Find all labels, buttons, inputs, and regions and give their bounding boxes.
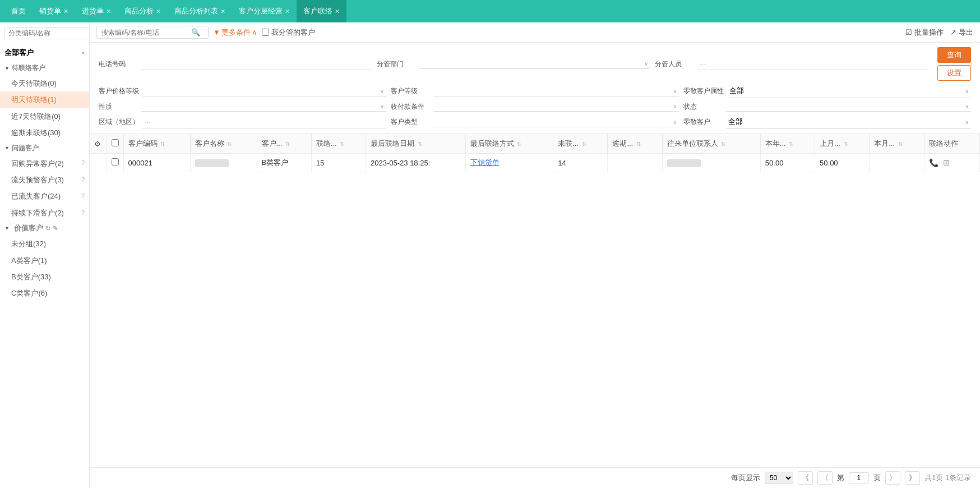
method-sort-icon: ⇅ [517, 141, 521, 147]
td-gear [90, 154, 107, 172]
my-customer-checkbox[interactable] [262, 29, 269, 36]
sidebar: 🔍 全部客户 « 待联络客户 今天待联络(0) 明天待联络(1) 近7天待联络(… [0, 22, 90, 488]
action-phone-icon[interactable]: 📞 [929, 158, 939, 167]
settings-btn[interactable]: 设置 [937, 65, 971, 81]
value-customer-edit-icon[interactable]: ✎ [53, 225, 58, 232]
sidebar-item-class-c[interactable]: C类客户(6) [0, 285, 89, 301]
td-this-year: 50.00 [760, 154, 815, 172]
export-btn[interactable]: ↗ 导出 [950, 27, 973, 38]
sidebar-item-class-b[interactable]: B类客户(33) [0, 269, 89, 285]
th-last-contact-date: 最后联络日期 ⇅ [366, 134, 466, 154]
nav-purchase-order-close[interactable]: ✕ [106, 8, 111, 15]
filter-price-level-select[interactable]: ∨ [142, 86, 386, 96]
search-input[interactable] [101, 29, 191, 36]
select-all-checkbox[interactable] [112, 139, 119, 146]
bulk-ops-icon: ☑ [905, 28, 912, 36]
filter-customer-type: 客户类型 ∨ [391, 117, 678, 127]
sidebar-search-input[interactable] [4, 27, 90, 39]
nav-sales-order[interactable]: 销货单 ✕ [33, 0, 75, 22]
td-customer-type: B类客户 [257, 154, 311, 172]
action-grid-icon[interactable]: ⊞ [943, 158, 950, 167]
nav-home[interactable]: 首页 [4, 0, 33, 22]
filter-customer-type-select[interactable]: ∨ [433, 117, 678, 127]
filter-dept-select[interactable]: ∨ [419, 59, 650, 69]
sidebar-item-ungrouped[interactable]: 未分组(32) [0, 236, 89, 252]
nav-customer-tier[interactable]: 客户分层经营 ✕ [232, 0, 297, 22]
page-size-select[interactable]: 50 100 200 [765, 472, 793, 484]
lastmonth-sort-icon: ⇅ [844, 141, 848, 147]
td-last-month: 50.00 [815, 154, 870, 172]
contact-sort-icon: ⇅ [340, 141, 344, 147]
nav-product-analysis-list-close[interactable]: ✕ [220, 8, 225, 15]
td-action: 📞 ⊞ [924, 154, 980, 172]
row-checkbox[interactable] [112, 158, 119, 165]
filter-person-wrap[interactable]: ··· [697, 58, 928, 70]
page-number-input[interactable] [849, 472, 869, 484]
filter-gender-select[interactable]: ∨ [141, 102, 386, 112]
sidebar-group-pending: 待联络客户 [0, 61, 89, 75]
sidebar-all-customers[interactable]: 全部客户 « [0, 44, 89, 61]
nav-product-analysis[interactable]: 商品分析 ✕ [118, 0, 168, 22]
sidebar-collapse-icon[interactable]: « [81, 49, 85, 56]
value-customer-refresh-icon[interactable]: ↻ [45, 225, 50, 232]
sidebar-item-repurchase-abnormal[interactable]: 回购异常客户(2) ? [0, 155, 89, 172]
td-overdue [608, 154, 662, 172]
th-this-month: 本月... ⇅ [870, 134, 924, 154]
sidebar-item-churn-warning[interactable]: 流失预警客户(3) ? [0, 172, 89, 188]
nav-product-analysis-close[interactable]: ✕ [156, 8, 161, 15]
gear-icon[interactable]: ⚙ [94, 140, 101, 148]
td-last-contact-method: 下销货单 [465, 154, 553, 172]
filter-phone: 电话号码 [99, 58, 372, 70]
filter-row-2: 客户价格等级 ∨ 客户等级 ∨ 零散客户属性 全部 [99, 84, 971, 98]
last-page-btn[interactable]: 》 [905, 471, 920, 485]
filter-status-select[interactable]: ∨ [726, 102, 971, 112]
payment-arrow-icon: ∨ [673, 103, 677, 109]
filter-actions: 查询 设置 [937, 47, 971, 81]
nav-customer-contact[interactable]: 客户联络 ✕ [297, 0, 346, 22]
nav-purchase-order[interactable]: 进货单 ✕ [75, 0, 118, 22]
bulk-ops-btn[interactable]: ☑ 批量操作 [905, 27, 944, 38]
sidebar-item-class-a[interactable]: A类客户(1) [0, 252, 89, 269]
search-icon[interactable]: 🔍 [191, 28, 200, 36]
last-contact-method-link[interactable]: 下销货单 [470, 158, 500, 167]
td-checkbox [107, 154, 123, 172]
contact-person-blurred [667, 159, 701, 167]
sidebar-item-today[interactable]: 今天待联络(0) [0, 75, 89, 91]
next-page-btn[interactable]: 〉 [885, 471, 900, 485]
overdue-sort-icon: ⇅ [636, 141, 641, 147]
status-arrow-icon: ∨ [965, 103, 969, 109]
filter-retail-attr-select[interactable]: 全部 ∨ [727, 84, 971, 98]
th-this-year: 本年... ⇅ [760, 134, 815, 154]
sidebar-item-tomorrow[interactable]: 明天待联络(1) [0, 91, 89, 108]
sidebar-group-value: 价值客户 ↻ ✎ [0, 221, 89, 236]
filter-panel: 电话号码 分管部门 ∨ 分管人员 ··· 查询 [90, 43, 980, 134]
sidebar-item-declining[interactable]: 持续下滑客户(2) ? [0, 205, 89, 221]
filter-phone-input[interactable] [141, 58, 372, 70]
td-this-month [870, 154, 924, 172]
nav-customer-contact-close[interactable]: ✕ [335, 8, 340, 15]
filter-customer-level-select[interactable]: ∨ [433, 86, 678, 96]
sidebar-item-7days[interactable]: 近7天待联络(0) [0, 108, 89, 125]
filter-payment: 收付款条件 ∨ [391, 102, 678, 112]
filter-price-level: 客户价格等级 ∨ [99, 86, 386, 96]
first-page-btn[interactable]: 《 [798, 471, 813, 485]
filter-area-select[interactable]: ··· [142, 116, 386, 128]
nav-sales-order-close[interactable]: ✕ [63, 8, 68, 15]
filter-payment-select[interactable]: ∨ [433, 102, 678, 112]
top-right-btns: ☑ 批量操作 ↗ 导出 [905, 27, 973, 38]
gender-arrow-icon: ∨ [380, 103, 384, 109]
sidebar-item-overdue[interactable]: 逾期未联络(30) [0, 125, 89, 141]
more-filter-btn[interactable]: ▼ 更多条件 ∧ [213, 27, 257, 38]
sidebar-item-churned[interactable]: 已流失客户(24) ? [0, 188, 89, 204]
prev-page-btn[interactable]: 〈 [817, 471, 833, 485]
export-icon: ↗ [950, 28, 956, 36]
nav-customer-tier-close[interactable]: ✕ [285, 8, 290, 15]
filter-retail-customer-select[interactable]: 全部 ∨ [726, 115, 971, 129]
th-customer-type: 客户... ⇅ [257, 134, 311, 154]
nav-product-analysis-list[interactable]: 商品分析列表 ✕ [168, 0, 232, 22]
date-sort-icon: ⇅ [418, 141, 422, 147]
query-btn[interactable]: 查询 [937, 47, 971, 63]
retail-attr-arrow-icon: ∨ [965, 88, 969, 94]
customer-level-arrow-icon: ∨ [673, 88, 677, 94]
td-contact-person [662, 154, 760, 172]
